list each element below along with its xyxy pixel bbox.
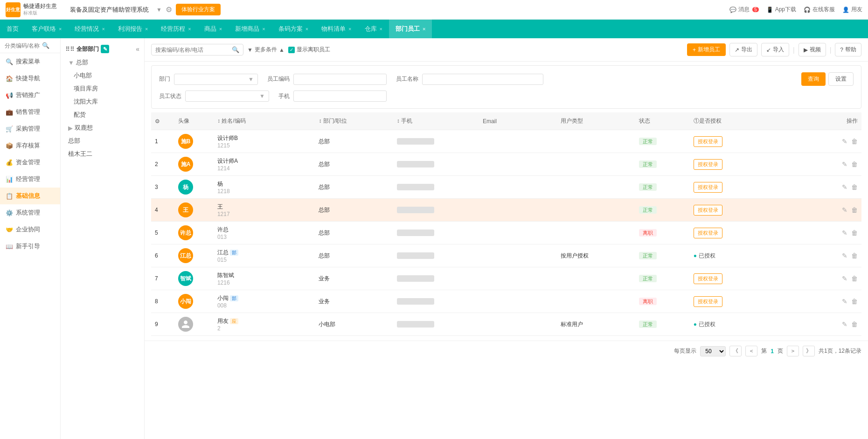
prev-btn[interactable]: ＜: [745, 346, 757, 356]
show-resign-toggle[interactable]: ✓ 显示离职员工: [288, 46, 330, 54]
dept-edit-icon[interactable]: ✎: [101, 45, 109, 53]
add-employee-btn[interactable]: + 新增员工: [687, 43, 726, 56]
edit-btn[interactable]: ✎: [842, 206, 847, 214]
nav-tab-operation-stat[interactable]: 经营情况 ×: [68, 20, 111, 38]
sidebar-item-guide[interactable]: 📖 新手引导: [0, 238, 60, 255]
col-settings-header[interactable]: ⚙: [151, 112, 174, 130]
sidebar-search-icon[interactable]: 🔍: [42, 42, 49, 49]
auth-login-btn[interactable]: 授权登录: [694, 159, 722, 170]
auth-login-btn[interactable]: 授权登录: [694, 136, 722, 147]
sidebar-item-operation[interactable]: 📊 经营管理: [0, 171, 60, 188]
nav-tab-goods[interactable]: 商品 ×: [198, 20, 229, 38]
delete-btn[interactable]: 🗑: [851, 206, 858, 214]
import-btn[interactable]: ↙ 导入: [761, 43, 789, 56]
nav-tab-employee[interactable]: 部门员工 ×: [389, 20, 432, 38]
dept-collapse-btn[interactable]: «: [136, 45, 139, 53]
trial-btn[interactable]: 体验行业方案: [176, 4, 221, 15]
auth-login-btn[interactable]: 授权登录: [694, 182, 722, 193]
next-last-btn[interactable]: 》: [803, 346, 815, 356]
dept-tree-zongbu[interactable]: ▼ 总部: [61, 56, 144, 69]
dept-tree-shuangliu[interactable]: ▶ 双鹿想: [61, 121, 144, 134]
online-service-btn[interactable]: 🎧 在线客服: [804, 6, 835, 14]
delete-btn[interactable]: 🗑: [851, 252, 858, 259]
auth-login-btn[interactable]: 授权登录: [694, 205, 722, 216]
more-filter-btn[interactable]: ▼ 更多条件 ▲: [247, 46, 285, 54]
filter-phone-input[interactable]: [293, 91, 387, 102]
nav-tab-customer[interactable]: 客户联络 ×: [25, 20, 68, 38]
sidebar-item-purchase[interactable]: 🛒 采购管理: [0, 120, 60, 137]
sys-title-dropdown[interactable]: ▼: [156, 7, 162, 13]
dept-tree-shenyang[interactable]: 沈阳大库: [61, 95, 144, 108]
edit-btn[interactable]: ✎: [842, 321, 847, 328]
sidebar-item-coop[interactable]: 🤝 企业协同: [0, 221, 60, 238]
top-bar-mid: 装备及固定资产辅助管理系统 ▼ ⚙ 体验行业方案: [66, 4, 729, 15]
delete-btn[interactable]: 🗑: [851, 229, 858, 237]
settings-btn[interactable]: ⚙: [166, 5, 172, 14]
edit-btn[interactable]: ✎: [842, 229, 847, 237]
filter-name-input[interactable]: [422, 74, 543, 85]
nav-tab-barcode[interactable]: 条码方案 ×: [272, 20, 315, 38]
delete-btn[interactable]: 🗑: [851, 183, 858, 191]
prev-first-btn[interactable]: 《: [729, 346, 742, 356]
edit-btn[interactable]: ✎: [842, 160, 847, 168]
employee-code: 015: [217, 257, 227, 263]
edit-btn[interactable]: ✎: [842, 275, 847, 282]
sidebar-item-search[interactable]: 🔍 搜索菜单: [0, 53, 60, 70]
col-dept-header[interactable]: ↕ 部门/职位: [315, 112, 393, 130]
video-btn[interactable]: ▶ 视频: [799, 43, 826, 56]
edit-btn[interactable]: ✎: [842, 252, 847, 259]
auth-login-btn[interactable]: 授权登录: [694, 228, 722, 238]
dept-tree-zhenmuwang[interactable]: 植木王二: [61, 147, 144, 160]
delete-btn[interactable]: 🗑: [851, 298, 858, 305]
app-download-btn[interactable]: 📱 App下载: [766, 6, 796, 14]
message-badge: 5: [752, 7, 759, 12]
row-avatar: 小闯: [174, 290, 214, 313]
edit-btn[interactable]: ✎: [842, 138, 847, 145]
auth-login-btn[interactable]: 授权登录: [694, 273, 722, 284]
delete-btn[interactable]: 🗑: [851, 138, 858, 145]
filter-status-select[interactable]: ▼: [185, 91, 269, 102]
auth-login-btn[interactable]: 授权登录: [694, 296, 722, 307]
col-phone-header[interactable]: ↕ 手机: [393, 112, 479, 130]
query-btn[interactable]: 查询: [801, 72, 826, 86]
user-avatar[interactable]: 👤 用友: [842, 6, 862, 14]
dept-tree-xiaodian[interactable]: 小电部: [61, 69, 144, 82]
employee-search-input[interactable]: [155, 47, 230, 53]
dept-tree-zongbu2[interactable]: 总部: [61, 134, 144, 147]
nav-tab-home[interactable]: 首页: [0, 20, 25, 38]
delete-btn[interactable]: 🗑: [851, 160, 858, 168]
sidebar-search-input[interactable]: [5, 42, 42, 49]
export-btn[interactable]: ↗ 导出: [729, 43, 757, 56]
nav-tab-history[interactable]: 经营历程 ×: [154, 20, 197, 38]
sidebar-item-inventory[interactable]: 📦 库存核算: [0, 137, 60, 154]
col-name-header[interactable]: ↕ 姓名/编码: [214, 112, 315, 130]
sidebar-item-quicknav[interactable]: 🏠 快捷导航: [0, 70, 60, 87]
sidebar-item-basic[interactable]: 📋 基础信息: [0, 188, 60, 204]
page-label: 第: [761, 347, 767, 355]
help-btn[interactable]: ? 帮助: [835, 43, 861, 56]
nav-tab-warehouse[interactable]: 仓库 ×: [358, 20, 389, 38]
avatar: 小闯: [178, 294, 193, 309]
set-btn[interactable]: 设置: [828, 72, 854, 86]
filter-code-input[interactable]: [293, 74, 387, 85]
delete-btn[interactable]: 🗑: [851, 275, 858, 282]
nav-tab-profit[interactable]: 利润报告 ×: [111, 20, 154, 38]
delete-btn[interactable]: 🗑: [851, 321, 858, 328]
edit-btn[interactable]: ✎: [842, 298, 847, 305]
nav-tab-new-goods[interactable]: 新增商品 ×: [229, 20, 271, 38]
row-phone: [393, 176, 479, 199]
sidebar-item-finance[interactable]: 💰 资金管理: [0, 154, 60, 171]
dept-tree-project[interactable]: 项目库房: [61, 82, 144, 95]
nav-tab-bom[interactable]: 物料清单 ×: [315, 20, 358, 38]
message-btn[interactable]: 💬 消息 5: [729, 6, 759, 14]
filter-dept-select[interactable]: ▼: [174, 74, 258, 85]
edit-btn[interactable]: ✎: [842, 183, 847, 191]
sidebar-item-marketing[interactable]: 📢 营销推广: [0, 87, 60, 104]
search-icon[interactable]: 🔍: [232, 46, 239, 53]
next-btn[interactable]: ＞: [787, 346, 799, 356]
dept-tree-distribution[interactable]: 配货: [61, 108, 144, 121]
sidebar-item-sys[interactable]: ⚙️ 系统管理: [0, 204, 60, 221]
sidebar-item-sales[interactable]: 💼 销售管理: [0, 104, 60, 120]
page-size-select[interactable]: 50 20 100: [700, 346, 726, 356]
sidebar-item-label: 新手引导: [16, 242, 40, 251]
